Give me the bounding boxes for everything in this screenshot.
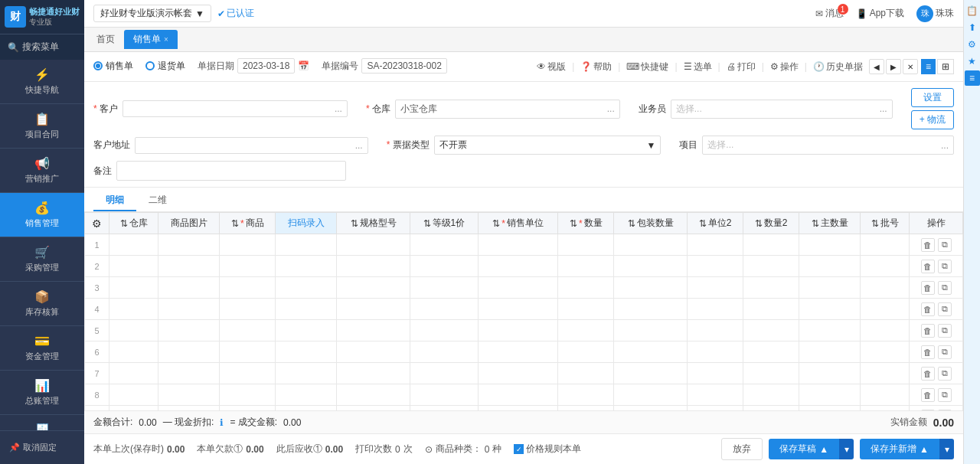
sidebar-item-project[interactable]: 📋 项目合同 [0,104,84,149]
td-qty2[interactable] [743,234,799,256]
tab-close-icon[interactable]: × [164,35,168,44]
delete-icon[interactable]: 🗑 [921,281,935,295]
sort-icon11[interactable]: ⇅ [871,218,879,229]
sidebar-item-inventory[interactable]: 📦 库存核算 [0,282,84,326]
abandon-button[interactable]: 放弃 [721,438,763,460]
td-price1[interactable] [410,234,479,256]
copy-icon[interactable]: ⧉ [938,260,952,273]
table-container[interactable]: ⚙ ⇅仓库 商品图片 ⇅*商品 扫码录入 ⇅规格型号 ⇅等级1价 ⇅*销售单位 … [84,212,963,410]
td-main-qty[interactable] [799,234,861,256]
sidebar-item-purchase[interactable]: 🛒 采购管理 [0,237,84,282]
td-image[interactable] [158,234,220,256]
view-card[interactable]: ⊞ [937,59,954,74]
nav-prev[interactable]: ◀ [869,59,884,74]
add-logistics-button[interactable]: + 物流 [911,110,954,129]
address-dots[interactable]: ... [355,140,363,151]
project-input[interactable]: 选择... ... [702,136,954,155]
rp-icon-1[interactable]: 📋 [965,3,980,18]
td-batch-import[interactable] [276,234,337,256]
save-draft-button[interactable]: 保存草稿 ▲ [769,439,839,459]
sidebar-item-accounting[interactable]: 📊 总账管理 [0,371,84,415]
delete-icon[interactable]: 🗑 [921,302,935,316]
rp-icon-2[interactable]: ⬆ [965,20,980,35]
help-circle-icon[interactable]: ℹ [220,417,224,428]
tab-home[interactable]: 首页 [90,30,121,49]
customer-dots[interactable]: ... [335,103,342,114]
date-value[interactable]: 2023-03-18 [237,58,295,74]
delete-icon[interactable]: 🗑 [921,345,935,359]
rp-icon-3[interactable]: ⚙ [965,37,980,52]
delete-icon[interactable]: 🗑 [921,238,935,252]
price-check-item[interactable]: 价格规则本单 [514,443,581,456]
sort-icon3[interactable]: ⇅ [351,218,358,229]
sidebar-item-invoicing[interactable]: 🧾 发票管理 [0,415,84,430]
delete-icon[interactable]: 🗑 [921,388,935,402]
project-dots[interactable]: ... [941,140,949,151]
action-ops[interactable]: ⚙ 操作 [767,59,802,75]
copy-icon[interactable]: ⧉ [938,367,952,381]
sort-icon4[interactable]: ⇅ [423,218,431,229]
copy-icon[interactable]: ⧉ [938,238,952,252]
sort-icon8[interactable]: ⇅ [699,218,707,229]
tab-detail[interactable]: 明细 [93,191,136,211]
set-button[interactable]: 设置 [911,88,954,107]
nav-close[interactable]: ✕ [903,59,918,74]
sidebar-unpin[interactable]: 📌 取消固定 [6,437,78,458]
action-print[interactable]: 🖨 打印 [724,59,759,75]
sidebar-item-sales[interactable]: 💰 销售管理 [0,193,84,237]
note-input[interactable] [116,161,346,181]
delete-icon[interactable]: 🗑 [921,260,935,273]
company-dropdown[interactable]: 好业财专业版演示帐套 ▼ [93,5,211,22]
action-help[interactable]: ❓ 帮助 [577,59,615,75]
td-unit2[interactable] [688,234,743,256]
sort-icon6[interactable]: ⇅ [570,218,577,229]
sidebar-search[interactable]: 🔍 搜索菜单 [0,34,84,60]
address-input[interactable]: ... [135,137,368,154]
save-new-button[interactable]: 保存并新增 ▲ [860,439,939,459]
td-qty[interactable] [558,234,614,256]
td-pack-qty[interactable] [614,234,688,256]
invoice-select[interactable]: 不开票 ▼ [434,136,662,155]
delete-icon[interactable]: 🗑 [921,367,935,381]
sidebar-item-quick-nav[interactable]: ⚡ 快捷导航 [0,60,84,104]
staff-dots[interactable]: ... [880,103,887,114]
warehouse-dots[interactable]: ... [607,103,615,114]
copy-icon[interactable]: ⧉ [938,345,952,359]
staff-input[interactable]: 选择... ... [671,100,893,119]
gear-icon[interactable]: ⚙ [92,217,102,230]
tab-sales-order[interactable]: 销售单 × [124,30,178,49]
th-settings[interactable]: ⚙ [85,213,109,234]
nav-next[interactable]: ▶ [886,59,901,74]
sidebar-item-funds[interactable]: 💳 资金管理 [0,326,84,371]
calendar-icon[interactable]: 📅 [298,60,309,71]
rp-icon-5[interactable]: ≡ [965,70,980,86]
sidebar-item-marketing[interactable]: 📢 营销推广 [0,149,84,193]
app-download-btn[interactable]: 📱 App下载 [856,7,904,20]
view-table[interactable]: ≡ [921,59,936,74]
td-sales-unit[interactable] [478,234,558,256]
save-new-arrow-button[interactable]: ▾ [939,439,954,459]
messages-btn[interactable]: ✉ 消息 1 [815,7,844,20]
sort-icon7[interactable]: ⇅ [628,218,635,229]
td-warehouse[interactable] [109,234,158,256]
warehouse-input[interactable]: 小宝仓库 ... [395,100,620,119]
copy-icon[interactable]: ⧉ [938,302,952,316]
customer-input[interactable]: ... [122,100,348,117]
td-batch-no[interactable] [861,234,910,256]
copy-icon[interactable]: ⧉ [938,388,952,402]
sort-icon2[interactable]: ⇅ [231,218,239,229]
radio-sales[interactable]: 销售单 [93,60,133,73]
copy-icon[interactable]: ⧉ [938,281,952,295]
td-product[interactable] [220,234,276,256]
action-view[interactable]: 👁 视版 [534,59,569,75]
price-check-checkbox[interactable] [514,444,524,454]
action-select[interactable]: ☰ 选单 [681,59,715,75]
sort-icon[interactable]: ⇅ [120,218,128,229]
radio-returns[interactable]: 退货单 [145,60,185,73]
action-history[interactable]: 🕐 历史单据 [810,59,866,75]
sort-icon5[interactable]: ⇅ [492,218,500,229]
sort-icon10[interactable]: ⇅ [812,218,819,229]
td-spec[interactable] [337,234,410,256]
user-btn[interactable]: 珠 珠珠 [916,5,954,22]
sort-icon9[interactable]: ⇅ [755,218,763,229]
